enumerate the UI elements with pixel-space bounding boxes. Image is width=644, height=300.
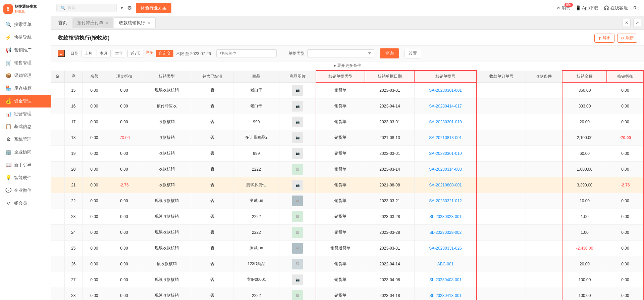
td-verify-bill-type: 销货单 — [316, 209, 365, 224]
export-button[interactable]: ⬆ 导出 — [594, 34, 614, 43]
td-goods-img: 🖼 — [279, 288, 316, 300]
verify-bill-link[interactable]: SL-20230408-001 — [429, 277, 462, 282]
td-include-settled: 否 — [191, 272, 233, 288]
verify-bill-link[interactable]: ABC-001 — [437, 262, 454, 266]
td-cash-discount: 0.00 — [106, 288, 142, 300]
filter-expand-button[interactable]: » — [58, 50, 65, 57]
sidebar-item-sales[interactable]: 🛒销售管理 — [0, 56, 51, 69]
td-payment-terms — [526, 193, 562, 209]
verify-bill-link[interactable]: SL-20230328-001 — [429, 214, 462, 219]
td-index: 15 — [64, 82, 83, 98]
table-row: 17 0.00 0.00 收款核销 否 999 📷 销货单 2023-03-01… — [51, 114, 644, 130]
td-verify-bill-no: SL-20230328-002 — [414, 224, 477, 240]
expand-more-label: 展开更多条件 — [337, 63, 361, 69]
sidebar-item-member[interactable]: V畅会员 — [0, 197, 51, 210]
sidebar-item-smart-hw[interactable]: 💡智能硬件 — [0, 171, 51, 184]
date-custom-button[interactable]: 自定义 — [156, 50, 173, 57]
date-btn-this-year[interactable]: 本年 — [112, 50, 126, 57]
tab-collection[interactable]: 收款核销执行✕ — [114, 17, 156, 28]
sidebar-item-system[interactable]: ⚙系统管理 — [0, 133, 51, 146]
verify-bill-link[interactable]: SA-20230301-010 — [429, 120, 462, 124]
main-content: 🔍 搜索... ▾ ⚙ 休验行业方案 ✉ 消息 99+ 📱 App下载 🎧 在线… — [51, 0, 644, 300]
td-balance: 0.00 — [83, 240, 106, 256]
sidebar-icon-wechat: 💬 — [5, 187, 11, 194]
online-service[interactable]: 🎧 在线客服 — [604, 5, 628, 11]
sidebar-label-enterprise: 企业协同 — [14, 149, 32, 155]
td-verify-bill-date: 2023-03-28 — [365, 209, 414, 224]
topbar-settings-icon[interactable]: ⚙ — [127, 5, 132, 11]
sidebar-label-operations: 经营管理 — [14, 111, 32, 117]
query-button[interactable]: 查询 — [380, 48, 399, 58]
origin-unit-input[interactable] — [216, 49, 277, 57]
td-verify-bill-type: 销货单 — [316, 161, 365, 177]
date-more-link[interactable]: 更多 — [145, 50, 153, 57]
td-payment-terms — [526, 114, 562, 130]
sidebar-item-enterprise[interactable]: 🏢企业协同 — [0, 146, 51, 159]
user-info[interactable]: Rit — [633, 5, 639, 10]
td-goods-img: 🏔 — [279, 193, 316, 209]
verify-bill-link[interactable]: SA-20230301-001 — [429, 88, 462, 93]
topbar-dropdown[interactable]: ▾ — [121, 5, 123, 10]
sidebar-item-marketing[interactable]: 📢营销推广 — [0, 44, 51, 56]
sidebar-item-inventory[interactable]: 🏪库存核算 — [0, 82, 51, 95]
column-settings-icon[interactable]: ⚙ — [55, 74, 60, 79]
refresh-button[interactable]: ↺ 刷新 — [617, 34, 637, 43]
td-collection-order-no — [477, 98, 526, 114]
verify-bill-link[interactable]: SA-20230414-017 — [429, 104, 462, 109]
sidebar-item-quick-nav[interactable]: ⚡快捷导航 — [0, 31, 51, 44]
date-btn-this-month[interactable]: 本月 — [97, 50, 111, 57]
message-badge[interactable]: ✉ 消息 99+ — [557, 5, 571, 11]
sidebar-label-smart-hw: 智能硬件 — [14, 175, 32, 181]
topbar-search[interactable]: 🔍 搜索... — [56, 4, 117, 12]
td-balance: 0.00 — [83, 288, 106, 300]
goods-img: 🖼 — [292, 164, 303, 175]
td-include-settled: 否 — [191, 224, 233, 240]
date-buttons: 上月 本月 本年 近7天 更多 — [81, 50, 153, 57]
sidebar-item-guide[interactable]: 📖新手引导 — [0, 159, 51, 171]
expand-tab-button[interactable]: ⤢ — [633, 19, 641, 27]
tab-close-prepay[interactable]: ✕ — [105, 20, 109, 25]
verify-bill-link[interactable]: SL-20230328-002 — [429, 230, 462, 235]
table-row: 16 0.00 0.00 预付冲应收 否 老白干 📷 销货单 2023-04-1… — [51, 98, 644, 114]
tab-close-collection[interactable]: ✕ — [147, 20, 151, 25]
td-payment-terms — [526, 130, 562, 145]
verify-bill-link[interactable]: SA-20210813-001 — [429, 135, 462, 140]
verify-bill-link[interactable]: SL-20230418-001 — [429, 293, 462, 298]
verify-bill-link[interactable]: SA-20230314-008 — [429, 167, 462, 172]
date-btn-7days[interactable]: 近7天 — [127, 50, 144, 57]
app-download[interactable]: 📱 App下载 — [576, 5, 598, 11]
sidebar-item-operations[interactable]: 📊经营管理 — [0, 108, 51, 120]
date-btn-last-month[interactable]: 上月 — [81, 50, 95, 57]
td-payment-terms — [526, 256, 562, 272]
td-verify-amount: 60.00 — [562, 145, 607, 161]
bill-type-select[interactable] — [307, 49, 374, 57]
td-payment-terms — [526, 161, 562, 177]
sidebar-item-wechat[interactable]: 💬企业微信 — [0, 184, 51, 197]
th-verify-discount: 核销折扣 — [607, 71, 644, 82]
sidebar-item-search[interactable]: 🔍搜索菜单 — [0, 18, 51, 31]
tab-home[interactable]: 首页 — [54, 17, 72, 28]
td-settings — [51, 130, 64, 145]
td-include-settled: 否 — [191, 209, 233, 224]
verify-bill-link[interactable]: SA-20230301-010 — [429, 151, 462, 156]
td-goods: 测试多属性 — [233, 177, 279, 193]
expand-more-button[interactable]: ▾ 展开更多条件 — [334, 63, 361, 69]
td-verify-bill-type: 销货单 — [316, 98, 365, 114]
export-icon: ⬆ — [598, 36, 601, 41]
sidebar-item-purchase[interactable]: 📦采购管理 — [0, 69, 51, 82]
tabbar-actions: ✕ ⤢ — [623, 19, 641, 27]
td-balance: 0.00 — [83, 256, 106, 272]
sidebar-item-finance[interactable]: 💰资金管理 — [0, 95, 51, 108]
verify-bill-link[interactable]: SA-20230331-026 — [429, 246, 462, 251]
th-verify-bill-type: 核销单据类型 — [316, 71, 365, 82]
tab-prepay[interactable]: 预付冲应付单✕ — [72, 17, 113, 28]
td-cash-discount: -70.00 — [106, 130, 142, 145]
settings-button[interactable]: 设置 — [405, 49, 421, 58]
td-balance: 0.00 — [83, 98, 106, 114]
solution-button[interactable]: 休验行业方案 — [136, 3, 171, 13]
sidebar-item-basic-info[interactable]: 📋基础信息 — [0, 120, 51, 133]
verify-bill-link[interactable]: SA-20230321-012 — [429, 199, 462, 203]
verify-bill-link[interactable]: SA-20210808-001 — [429, 183, 462, 187]
close-tab-button[interactable]: ✕ — [623, 19, 631, 27]
th-settings[interactable]: ⚙ — [51, 71, 64, 82]
